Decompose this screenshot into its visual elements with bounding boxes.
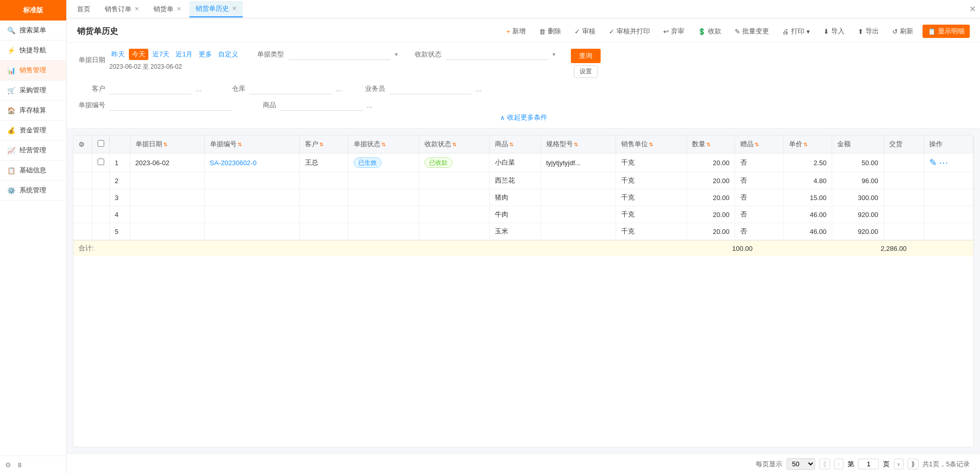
edit-action-btn[interactable]: ✎: [929, 157, 937, 168]
sidebar-item-sales-mgmt[interactable]: 📊 销售管理: [0, 61, 66, 81]
tab-sales-history[interactable]: 销货单历史 ✕: [189, 1, 243, 17]
window-close-btn[interactable]: ✕: [969, 4, 976, 14]
sidebar-item-label: 系统管理: [20, 186, 46, 195]
date-btn-1month[interactable]: 近1月: [174, 49, 195, 60]
cell-price: 46.00: [783, 206, 832, 223]
collect-status-select[interactable]: [446, 49, 548, 60]
import-button[interactable]: ⬇ 导入: [819, 25, 849, 38]
th-collect-status[interactable]: 收款状态⇅: [419, 135, 490, 153]
date-btn-custom[interactable]: 自定义: [216, 49, 240, 60]
cell-cb[interactable]: [92, 189, 109, 206]
cell-docno[interactable]: [204, 223, 300, 240]
cell-cb[interactable]: [92, 206, 109, 223]
th-spec[interactable]: 规格型号⇅: [541, 135, 616, 153]
cell-qty: 20.00: [686, 172, 735, 189]
cell-qty: 20.00: [686, 206, 735, 223]
sidebar-item-basic-info[interactable]: 📋 基础信息: [0, 161, 66, 181]
cell-docno[interactable]: [204, 206, 300, 223]
audit-button[interactable]: ✓ 审核: [570, 25, 600, 38]
export-button[interactable]: ⬆ 导出: [854, 25, 883, 38]
salesperson-ellipsis[interactable]: ...: [475, 85, 482, 93]
pagination: 每页显示 50 100 200 ⟪ ‹ 第 页 › ⟫ 共1页，5条记录: [67, 453, 980, 474]
row-checkbox[interactable]: [98, 159, 104, 165]
sidebar-item-sys-mgmt[interactable]: ⚙️ 系统管理: [0, 181, 66, 201]
prev-page-button[interactable]: ‹: [834, 459, 843, 469]
goods-ellipsis[interactable]: ...: [367, 101, 373, 109]
select-all-checkbox[interactable]: [98, 140, 104, 147]
date-btn-today[interactable]: 今天: [129, 49, 148, 60]
cell-cb[interactable]: [92, 223, 109, 240]
table-row: 12023-06-02SA-20230602-0王总已生效已收款小白菜tyjyt…: [73, 153, 973, 172]
tab-home[interactable]: 首页: [71, 1, 97, 17]
sidebar-item-inventory[interactable]: 🏠 库存核算: [0, 101, 66, 121]
doc-type-dropdown[interactable]: ▾: [395, 51, 398, 58]
table-body: 12023-06-02SA-20230602-0王总已生效已收款小白菜tyjyt…: [73, 153, 973, 240]
salesperson-input[interactable]: [389, 83, 471, 94]
cell-collect-status: [419, 172, 490, 189]
date-btn-more[interactable]: 更多: [197, 49, 214, 60]
tab-close-sales-history[interactable]: ✕: [232, 5, 237, 12]
refresh-button[interactable]: ↺ 刷新: [888, 25, 917, 38]
cell-collect-status: [419, 206, 490, 223]
more-action-btn[interactable]: ⋯: [939, 157, 948, 168]
th-seq: [109, 135, 130, 153]
th-checkbox[interactable]: [92, 135, 109, 153]
page-number-input[interactable]: [858, 459, 879, 469]
settings-button[interactable]: 设置: [574, 65, 598, 78]
customer-input[interactable]: [109, 83, 191, 94]
collapse-bottom-icon[interactable]: ⏸: [16, 461, 23, 469]
next-page-button[interactable]: ›: [894, 459, 903, 469]
abandon-button[interactable]: ↩ 弃审: [659, 25, 688, 38]
sidebar-item-purchase-mgmt[interactable]: 🛒 采购管理: [0, 81, 66, 101]
cell-cb[interactable]: [92, 172, 109, 189]
sidebar-item-quick-nav[interactable]: ⚡ 快捷导航: [0, 41, 66, 61]
warehouse-ellipsis[interactable]: ...: [336, 85, 342, 93]
tab-sales-order[interactable]: 销售订单 ✕: [99, 1, 145, 17]
delete-button[interactable]: 🗑 删除: [535, 25, 565, 38]
tab-close-sales-order[interactable]: ✕: [134, 6, 139, 12]
collapse-button[interactable]: ∧ 收起更多条件: [77, 113, 970, 122]
tab-close-sales-goods[interactable]: ✕: [177, 6, 181, 12]
date-btn-7days[interactable]: 近7天: [150, 49, 171, 60]
tab-sales-goods[interactable]: 销货单 ✕: [147, 1, 187, 17]
add-button[interactable]: + 新增: [502, 25, 530, 38]
cell-cb[interactable]: [92, 153, 109, 172]
cell-docno[interactable]: SA-20230602-0: [204, 153, 300, 172]
print-button[interactable]: 🖨 打印 ▾: [778, 25, 814, 38]
search-menu-icon: 🔍: [7, 26, 15, 34]
purchase-mgmt-icon: 🛒: [7, 86, 15, 94]
per-page-select[interactable]: 50 100 200: [786, 458, 815, 470]
sidebar-item-operations[interactable]: 📈 经营管理: [0, 141, 66, 161]
cell-docno[interactable]: [204, 172, 300, 189]
batch-change-button[interactable]: ✎ 批量变更: [731, 25, 773, 38]
date-btn-yesterday[interactable]: 昨天: [109, 49, 127, 60]
th-docno[interactable]: 单据编号⇅: [204, 135, 300, 153]
first-page-button[interactable]: ⟪: [819, 459, 830, 469]
th-gift[interactable]: 赠品⇅: [735, 135, 784, 153]
th-goods[interactable]: 商品⇅: [490, 135, 541, 153]
goods-label: 商品: [248, 101, 276, 110]
last-page-button[interactable]: ⟫: [908, 459, 918, 469]
collect-button[interactable]: 💲 收款: [694, 25, 725, 38]
th-customer[interactable]: 客户⇅: [300, 135, 349, 153]
show-detail-button[interactable]: 📋 显示明细: [923, 25, 970, 38]
cell-docno[interactable]: [204, 189, 300, 206]
collect-status-dropdown[interactable]: ▾: [552, 51, 555, 58]
sidebar-item-finance[interactable]: 💰 资金管理: [0, 121, 66, 141]
audit-print-button[interactable]: ✓ 审核并打印: [605, 25, 654, 38]
refresh-icon: ↺: [892, 28, 898, 35]
query-button[interactable]: 查询: [571, 49, 601, 63]
goods-input[interactable]: [280, 100, 362, 111]
th-date[interactable]: 单据日期⇅: [130, 135, 204, 153]
th-doc-status[interactable]: 单据状态⇅: [348, 135, 419, 153]
settings-bottom-icon[interactable]: ⚙: [5, 461, 11, 469]
th-gear[interactable]: ⚙: [73, 135, 92, 153]
docno-input[interactable]: [109, 100, 233, 111]
th-unit[interactable]: 销售单位⇅: [616, 135, 686, 153]
doc-type-select[interactable]: [288, 49, 391, 60]
customer-ellipsis[interactable]: ...: [196, 85, 202, 93]
sidebar-item-search-menu[interactable]: 🔍 搜索菜单: [0, 21, 66, 41]
th-price[interactable]: 单价⇅: [783, 135, 832, 153]
th-qty[interactable]: 数量⇅: [686, 135, 735, 153]
warehouse-input[interactable]: [249, 83, 332, 94]
